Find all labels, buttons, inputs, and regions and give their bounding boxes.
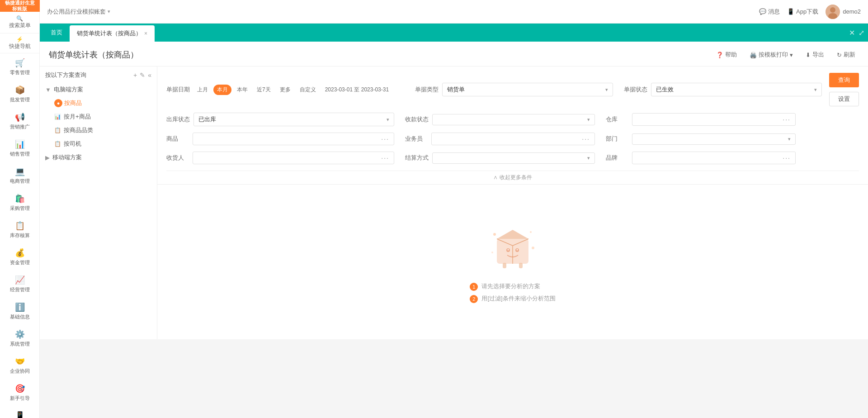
refresh-label: 刷新 <box>844 51 855 59</box>
sidebar-item-enterprise[interactable]: 🤝企业协同 <box>10 352 30 379</box>
tree-item-by-goods[interactable]: ● 按商品 <box>40 96 157 110</box>
print-btn[interactable]: 🖨️ 按模板打印 ▾ <box>746 49 797 61</box>
warehouse-status-select[interactable]: 已出库 ▾ <box>193 113 394 126</box>
by-driver-label: 按司机 <box>64 140 81 148</box>
doc-status-arrow: ▾ <box>814 87 817 93</box>
warehouse-status-label: 出库状态 <box>166 115 190 124</box>
tabbar: 首页 销货单统计表（按商品） × ✕ ⤢ <box>40 24 868 42</box>
newbie-icon: 🎯 <box>15 384 25 394</box>
left-panel: 按以下方案查询 + ✎ « ▼ 电脑端方案 <box>40 66 157 339</box>
tab-close-icon[interactable]: × <box>144 30 147 37</box>
sidebar-item-retail[interactable]: 🛒零售管理 <box>10 53 30 81</box>
sidebar: 畅捷通好生意 标账版 🔍 搜索菜单 ⚡ 快捷导航 🛒零售管理📦批发管理📢营销推广… <box>0 0 40 418</box>
industry-title[interactable]: 办公用品行业模拟账套 ▾ <box>47 8 110 16</box>
collection-status-arrow: ▾ <box>587 117 590 123</box>
retail-icon: 🛒 <box>15 58 25 68</box>
filter-row-3: 商品 ··· 业务员 ··· <box>166 133 859 145</box>
date-tab-this-month[interactable]: 本月 <box>213 85 231 95</box>
quick-nav-label: 快捷导航 <box>0 43 39 50</box>
industry-name: 办公用品行业模拟账套 <box>47 8 106 16</box>
receiver-dots: ··· <box>381 154 389 162</box>
sidebar-item-basic[interactable]: ℹ️基础信息 <box>10 298 30 325</box>
sidebar-item-wholesale[interactable]: 📦批发管理 <box>10 81 30 108</box>
settlement-select[interactable]: ▾ <box>432 152 595 164</box>
category-icon: 📋 <box>54 127 61 133</box>
sidebar-item-marketing[interactable]: 📢营销推广 <box>10 108 30 135</box>
industry-dropdown-arrow: ▾ <box>108 9 110 14</box>
settings-button[interactable]: 设置 <box>829 92 859 106</box>
doc-type-arrow: ▾ <box>605 87 608 93</box>
user-profile[interactable]: demo2 <box>826 5 861 19</box>
phone-icon: 📱 <box>787 8 794 15</box>
date-tab-last-month[interactable]: 上月 <box>193 85 212 95</box>
quick-nav-icon: ⚡ <box>0 36 39 43</box>
filter-brand-item: 品牌 ··· <box>606 152 796 164</box>
query-button[interactable]: 查询 <box>829 73 859 87</box>
date-tab-more[interactable]: 更多 <box>276 85 294 95</box>
edit-scheme-btn[interactable]: ✎ <box>140 71 145 79</box>
date-tab-this-year[interactable]: 本年 <box>233 85 251 95</box>
sidebar-item-finance[interactable]: 💰资金管理 <box>10 243 30 271</box>
settlement-arrow: ▾ <box>587 155 590 161</box>
date-range-text: 2023-03-01 至 2023-03-31 <box>325 86 389 94</box>
tree-item-by-category[interactable]: 📋 按商品品类 <box>40 124 157 137</box>
svg-point-11 <box>530 231 532 233</box>
page-header: 销货单统计表（按商品） ❓ 帮助 🖨️ 按模板打印 ▾ ⬇ 导出 <box>40 42 868 66</box>
sidebar-item-appcenter[interactable]: 📱应用中心 <box>10 406 30 418</box>
empty-tip-1: 1 请先选择要分析的方案 <box>470 282 555 291</box>
user-name: demo2 <box>843 8 861 15</box>
export-btn[interactable]: ⬇ 导出 <box>802 49 828 61</box>
salesperson-select[interactable]: ··· <box>431 133 595 145</box>
finance-icon: 💰 <box>15 248 25 258</box>
sidebar-item-newbie[interactable]: 🎯新手引导 <box>10 379 30 406</box>
collection-status-label: 收款状态 <box>405 115 429 124</box>
message-action[interactable]: 💬 消息 <box>759 8 780 16</box>
message-label: 消息 <box>768 8 780 16</box>
sidebar-item-system[interactable]: ⚙️系统管理 <box>10 325 30 352</box>
print-dropdown-icon: ▾ <box>790 52 793 58</box>
driver-icon: 📋 <box>54 141 61 147</box>
tree-item-pc[interactable]: ▼ 电脑端方案 <box>40 83 157 96</box>
sidebar-item-operations[interactable]: 📈经营管理 <box>10 271 30 298</box>
quick-nav[interactable]: ⚡ 快捷导航 <box>0 33 39 53</box>
collapse-panel-btn[interactable]: « <box>148 71 151 79</box>
tree-item-by-month-goods[interactable]: 📊 按月+商品 <box>40 110 157 124</box>
export-label: 导出 <box>812 51 824 59</box>
svg-point-1 <box>830 7 835 13</box>
warehouse-select[interactable]: ··· <box>632 113 796 126</box>
date-tab-custom[interactable]: 自定义 <box>296 85 320 95</box>
sidebar-search[interactable]: 🔍 搜索菜单 <box>0 12 39 33</box>
sidebar-item-ecommerce[interactable]: 💻电商管理 <box>10 162 30 189</box>
receiver-select[interactable]: ··· <box>193 152 394 164</box>
app-download-action[interactable]: 📱 App下载 <box>787 8 818 16</box>
filter-row-4: 收货人 ··· 结算方式 ▾ <box>166 152 859 164</box>
sidebar-item-purchase[interactable]: 🛍️采购管理 <box>10 189 30 216</box>
sidebar-item-sales[interactable]: 📊销售管理 <box>10 135 30 162</box>
empty-tip-2: 2 用[过滤]条件来缩小分析范围 <box>470 294 555 303</box>
basic-label: 基础信息 <box>10 314 30 320</box>
tree-item-by-driver[interactable]: 📋 按司机 <box>40 137 157 151</box>
doc-status-select[interactable]: 已生效 ▾ <box>651 83 822 96</box>
filter-warehouse-status-item: 出库状态 已出库 ▾ <box>166 113 394 126</box>
add-scheme-btn[interactable]: + <box>133 71 137 79</box>
tab-sales-stats[interactable]: 销货单统计表（按商品） × <box>70 25 155 42</box>
finance-label: 资金管理 <box>10 259 30 266</box>
doc-type-select[interactable]: 销货单 ▾ <box>442 83 613 96</box>
brand-select[interactable]: ··· <box>632 152 796 164</box>
refresh-btn[interactable]: ↻ 刷新 <box>833 49 859 61</box>
help-btn[interactable]: ❓ 帮助 <box>712 49 741 61</box>
tab-home[interactable]: 首页 <box>43 24 70 42</box>
sidebar-item-inventory[interactable]: 📋库存核算 <box>10 216 30 243</box>
receiver-label: 收货人 <box>166 154 189 162</box>
goods-select[interactable]: ··· <box>193 133 394 145</box>
ecommerce-label: 电商管理 <box>10 178 30 185</box>
department-select[interactable]: ▾ <box>632 133 796 145</box>
operations-label: 经营管理 <box>10 286 30 293</box>
close-window-icon[interactable]: ✕ <box>849 28 855 37</box>
collection-status-select[interactable]: ▾ <box>432 114 595 125</box>
tree-item-mobile[interactable]: ▶ 移动端方案 <box>40 151 157 164</box>
date-tabs: 上月 本月 本年 近7天 更多 自定义 <box>193 85 320 95</box>
date-tab-7days[interactable]: 近7天 <box>253 85 274 95</box>
maximize-icon[interactable]: ⤢ <box>859 28 864 37</box>
collapse-bar[interactable]: ∧ 收起更多条件 <box>166 171 859 184</box>
